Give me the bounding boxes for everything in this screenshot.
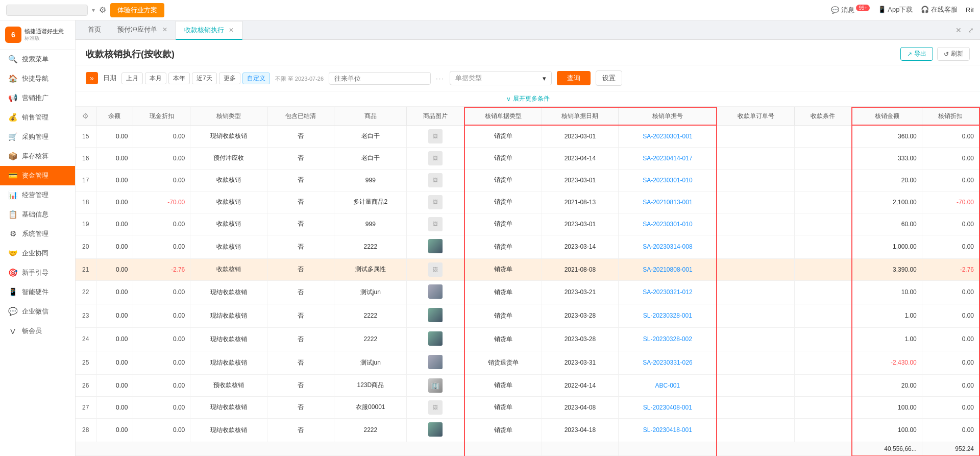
td-verify_type: 现结收款核销 [190, 327, 267, 351]
td-verify-bill-no[interactable]: SA-20210808-001 [619, 258, 717, 280]
td-recv-order-no [717, 304, 794, 327]
td-verify-bill-no[interactable]: SL-20230328-002 [619, 327, 717, 351]
sidebar-logo: 6 畅捷通谱好生意 标准版 [0, 20, 75, 50]
filter-expand-button[interactable]: » [86, 72, 98, 84]
date-more[interactable]: 更多 [219, 73, 240, 84]
td-verify-bill-no[interactable]: SL-20230408-001 [619, 396, 717, 418]
expand-more-bar: ∨ 展开更多条件 [76, 91, 980, 107]
td-recv-condition [794, 235, 852, 258]
online-service-link[interactable]: 🎧 在线客服 [921, 5, 958, 14]
sidebar-item-business[interactable]: 📊 经营管理 [0, 185, 75, 205]
verify-bill-no-link[interactable]: SA-20230414-017 [643, 155, 692, 162]
user-name[interactable]: Rit [966, 6, 974, 14]
export-button[interactable]: ↗ 导出 [900, 47, 933, 61]
td-verify-bill-no[interactable]: SA-20210813-001 [619, 191, 717, 213]
tab-receive[interactable]: 收款核销执行 ✕ [176, 21, 243, 40]
td-goods: 123D商品 [334, 374, 407, 396]
td-verify-bill-no[interactable]: ABC-001 [619, 374, 717, 396]
td-verify-bill-no[interactable]: SL-20230418-001 [619, 418, 717, 442]
sidebar-item-basic-info[interactable]: 📋 基础信息 [0, 205, 75, 224]
td-verify-amount: -2,430.00 [852, 351, 922, 374]
verify-bill-no-link[interactable]: SL-20230328-001 [643, 312, 692, 319]
message-area[interactable]: 💬 消息 99+ [831, 5, 870, 15]
gear-icon[interactable]: ⚙ [99, 5, 106, 15]
verify-bill-no-link[interactable]: SA-20230301-001 [643, 133, 692, 140]
verify-bill-no-link[interactable]: SA-20230321-012 [643, 289, 692, 296]
sidebar-item-purchase[interactable]: 🛒 采购管理 [0, 127, 75, 147]
date-this-year[interactable]: 本年 [168, 73, 190, 84]
td-recv-condition [794, 125, 852, 147]
td-include_settled: 否 [267, 280, 334, 304]
sidebar-item-marketing[interactable]: 📢 营销推广 [0, 88, 75, 108]
member-icon: V [8, 327, 18, 335]
td-verify-bill-no[interactable]: SA-20230331-026 [619, 351, 717, 374]
sidebar-item-label: 智能硬件 [22, 287, 48, 297]
sidebar-item-sales[interactable]: 💰 销售管理 [0, 108, 75, 127]
td-verify-bill-no[interactable]: SA-20230321-012 [619, 280, 717, 304]
tab-home[interactable]: 首页 [80, 21, 109, 39]
table-container[interactable]: ⚙ 余额 现金折扣 核销类型 包含已结清 商品 商品图片 核销单据类型 核销单据… [76, 107, 980, 456]
verify-bill-no-link[interactable]: SA-20210813-001 [643, 199, 692, 206]
sidebar-item-smart-hw[interactable]: 📱 智能硬件 [0, 282, 75, 302]
filter-bar: » 日期 上月 本月 本年 近7天 更多 自定义 不限 至 2023-07-26… [76, 65, 980, 91]
message-label: 消息 [841, 6, 854, 14]
td-verify-amount: 360.00 [852, 125, 922, 147]
search-input[interactable] [6, 5, 88, 16]
query-button[interactable]: 查询 [557, 71, 591, 85]
verify-bill-no-link[interactable]: SA-20230314-008 [643, 243, 692, 250]
td-verify_type: 收款核销 [190, 191, 267, 213]
td-verify-bill-no[interactable]: SL-20230328-001 [619, 304, 717, 327]
verify-bill-no-link[interactable]: SA-20230301-010 [643, 177, 692, 184]
td-verify-discount: 0.00 [922, 327, 979, 351]
sidebar-item-member[interactable]: V 畅会员 [0, 321, 75, 341]
trial-button[interactable]: 体验行业方案 [110, 3, 164, 17]
verify-bill-no-link[interactable]: ABC-001 [655, 382, 680, 389]
sidebar-item-enterprise[interactable]: 🤝 企业协同 [0, 244, 75, 263]
chevron-down-icon[interactable]: ▾ [92, 7, 95, 14]
verify-bill-no-link[interactable]: SA-20230301-010 [643, 221, 692, 228]
tab-close-receive[interactable]: ✕ [229, 27, 234, 34]
th-setting[interactable]: ⚙ [76, 107, 96, 125]
column-setting-icon[interactable]: ⚙ [82, 112, 89, 120]
sidebar-item-search[interactable]: 🔍 搜索菜单 [0, 50, 75, 69]
td-verify-discount: 0.00 [922, 235, 979, 258]
verify-bill-no-link[interactable]: SL-20230418-001 [643, 426, 692, 434]
td-verify-bill-no[interactable]: SA-20230301-010 [619, 213, 717, 235]
td-verify-bill-type: 销货单 [464, 147, 542, 169]
date-this-month[interactable]: 本月 [145, 73, 166, 84]
td-verify-bill-no[interactable]: SA-20230314-008 [619, 235, 717, 258]
close-tab-button[interactable]: ✕ [953, 25, 964, 35]
tab-close-prepay[interactable]: ✕ [162, 26, 167, 33]
guide-icon: 🎯 [8, 268, 18, 277]
sidebar-item-quick-nav[interactable]: 🏠 快捷导航 [0, 69, 75, 88]
verify-bill-no-link[interactable]: SA-20230331-026 [643, 359, 692, 366]
td-include_settled: 否 [267, 374, 334, 396]
td-no: 18 [76, 191, 96, 213]
settings-button[interactable]: 设置 [596, 70, 622, 86]
td-verify-bill-date: 2023-03-01 [542, 169, 619, 191]
tab-prepay[interactable]: 预付冲应付单 ✕ [109, 21, 176, 39]
date-custom[interactable]: 自定义 [242, 73, 270, 84]
from-unit-input[interactable] [329, 72, 431, 85]
expand-more-button[interactable]: ∨ 展开更多条件 [506, 94, 550, 103]
bill-type-select[interactable]: 单据类型 ▾ [450, 71, 552, 85]
sidebar-item-system[interactable]: ⚙ 系统管理 [0, 224, 75, 244]
sidebar-item-label: 基础信息 [22, 210, 48, 219]
refresh-button[interactable]: ↺ 刷新 [937, 47, 970, 61]
sidebar-item-guide[interactable]: 🎯 新手引导 [0, 263, 75, 282]
td-no: 21 [76, 258, 96, 280]
verify-bill-no-link[interactable]: SL-20230328-002 [643, 335, 692, 343]
td-goods: 测试jun [334, 280, 407, 304]
date-last-month[interactable]: 上月 [121, 73, 143, 84]
sidebar-item-capital[interactable]: 💳 资金管理 [0, 166, 75, 185]
verify-bill-no-link[interactable]: SA-20210808-001 [643, 266, 692, 273]
td-verify-bill-no[interactable]: SA-20230301-010 [619, 169, 717, 191]
sidebar-item-inventory[interactable]: 📦 库存核算 [0, 147, 75, 166]
maximize-tab-button[interactable]: ⤢ [966, 25, 976, 35]
sidebar-item-wechat[interactable]: 💬 企业微信 [0, 302, 75, 321]
date-last-7days[interactable]: 近7天 [192, 73, 217, 84]
app-download-link[interactable]: 📱 App下载 [878, 5, 913, 14]
td-verify-bill-no[interactable]: SA-20230414-017 [619, 147, 717, 169]
verify-bill-no-link[interactable]: SL-20230408-001 [643, 404, 692, 411]
td-verify-bill-no[interactable]: SA-20230301-001 [619, 125, 717, 147]
